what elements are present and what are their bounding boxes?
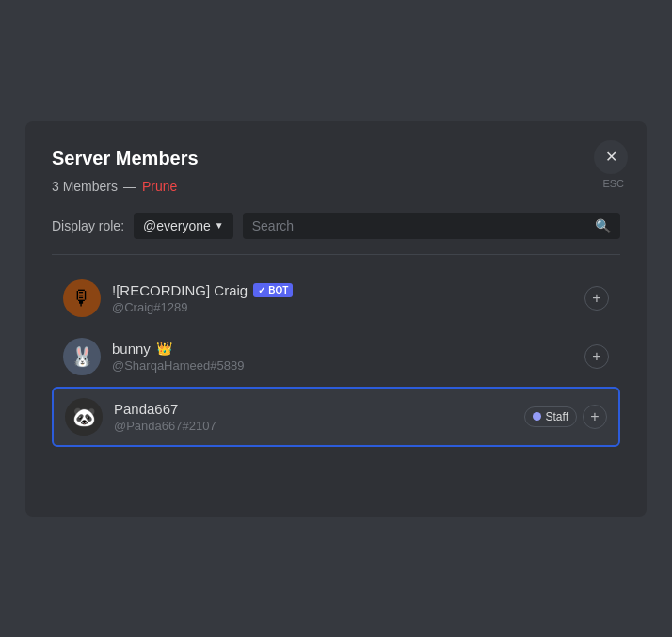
member-name-row: bunny 👑	[112, 341, 573, 357]
close-icon: ✕	[605, 148, 617, 166]
avatar: 🐼	[65, 398, 103, 436]
add-role-button[interactable]: +	[584, 286, 609, 311]
role-select-value: @everyone	[143, 218, 211, 233]
server-members-modal: Server Members 3 Members — Prune Display…	[25, 121, 647, 517]
member-row[interactable]: 🎙 ![RECORDING] Craig ✓ BOT @Craig#1289 +	[52, 270, 620, 326]
member-name: ![RECORDING] Craig	[112, 282, 248, 298]
member-info: ![RECORDING] Craig ✓ BOT @Craig#1289	[112, 282, 573, 314]
display-role-label: Display role:	[52, 218, 124, 233]
role-dot-icon	[533, 412, 541, 421]
bot-label: BOT	[268, 285, 288, 295]
bot-check: ✓	[258, 285, 265, 295]
search-icon: 🔍	[595, 218, 611, 233]
search-container: 🔍	[243, 213, 620, 239]
member-name-row: Panda667	[114, 401, 513, 417]
separator	[52, 254, 620, 255]
member-info: bunny 👑 @SharqaHameed#5889	[112, 341, 573, 373]
member-row-selected[interactable]: 🐼 Panda667 @Panda667#2107 Staff +	[52, 387, 620, 447]
member-list: 🎙 ![RECORDING] Craig ✓ BOT @Craig#1289 +…	[52, 270, 620, 447]
search-input[interactable]	[252, 218, 589, 233]
modal-subtitle: 3 Members — Prune	[52, 179, 620, 194]
modal-title: Server Members	[52, 148, 620, 169]
member-name: bunny	[112, 341, 151, 357]
member-info: Panda667 @Panda667#2107	[114, 401, 513, 433]
prune-link[interactable]: Prune	[142, 179, 177, 194]
member-handle: @SharqaHameed#5889	[112, 358, 573, 373]
bot-badge: ✓ BOT	[253, 283, 293, 297]
member-count: 3 Members	[52, 179, 118, 194]
member-handle: @Panda667#2107	[114, 419, 513, 433]
roles-area: Staff +	[524, 405, 607, 429]
add-role-button[interactable]: +	[583, 405, 607, 429]
member-name: Panda667	[114, 401, 178, 417]
role-select-dropdown[interactable]: @everyone ▼	[134, 213, 233, 239]
avatar: 🐰	[63, 338, 101, 375]
roles-area: +	[584, 344, 609, 369]
close-button[interactable]: ✕	[594, 140, 628, 174]
crown-icon: 👑	[156, 341, 172, 356]
controls-row: Display role: @everyone ▼ 🔍	[52, 213, 620, 239]
role-tag-label: Staff	[546, 410, 568, 423]
member-handle: @Craig#1289	[112, 300, 573, 314]
member-row[interactable]: 🐰 bunny 👑 @SharqaHameed#5889 +	[52, 328, 620, 385]
dash: —	[123, 179, 136, 194]
roles-area: +	[584, 286, 609, 311]
esc-label: ESC	[602, 178, 624, 189]
role-tag-staff: Staff	[524, 406, 577, 427]
add-role-button[interactable]: +	[584, 344, 609, 369]
chevron-down-icon: ▼	[215, 220, 224, 231]
avatar: 🎙	[63, 279, 101, 317]
member-name-row: ![RECORDING] Craig ✓ BOT	[112, 282, 573, 298]
